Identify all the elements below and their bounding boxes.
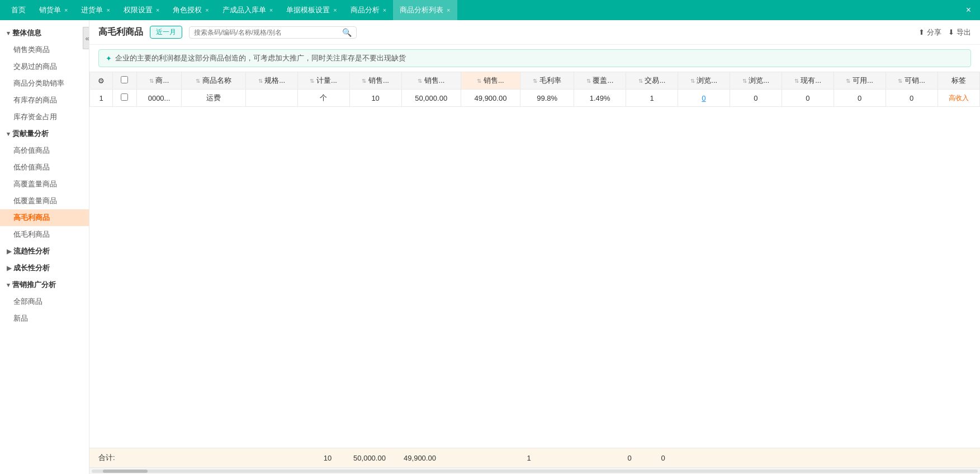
col-unit[interactable]: ⇅ 计量... xyxy=(297,72,349,90)
nav-tab-template[interactable]: 单据模板设置 × xyxy=(280,0,343,20)
cell-checkbox[interactable] xyxy=(113,90,137,107)
sidebar-item-stock-capital[interactable]: 库存资金占用 xyxy=(0,109,89,125)
sidebar-group-marketing[interactable]: ▾ 营销推广分析 xyxy=(0,276,89,293)
close-permissions-tab[interactable]: × xyxy=(156,7,159,13)
close-purchase-tab[interactable]: × xyxy=(106,7,110,13)
sidebar-item-sales-goods[interactable]: 销售类商品 xyxy=(0,41,89,58)
sidebar-item-low-coverage[interactable]: 低覆盖量商品 xyxy=(0,193,89,209)
footer-total: 合计: 10 50,000.00 49,900.00 1 0 0 xyxy=(89,448,980,467)
nav-tab-analysis[interactable]: 商品分析 × xyxy=(344,0,393,20)
col-sales-amount[interactable]: ⇅ 销售... xyxy=(401,72,461,90)
footer-spacer2 xyxy=(154,454,188,462)
close-sales-tab[interactable]: × xyxy=(64,7,68,13)
col-gross-margin[interactable]: ⇅ 毛利率 xyxy=(520,72,574,90)
sidebar-item-low-margin[interactable]: 低毛利商品 xyxy=(0,226,89,243)
sidebar-item-low-value[interactable]: 低价值商品 xyxy=(0,159,89,176)
info-banner: ✦ 企业的主要的利润都是这部分商品创造的，可考虑加大推广，同时关注库存是不要出现… xyxy=(98,49,971,67)
search-box: 🔍 xyxy=(189,26,357,39)
sidebar-group-contribution[interactable]: ▾ 贡献量分析 xyxy=(0,125,89,142)
nav-tab-roles[interactable]: 角色授权 × xyxy=(166,0,215,20)
share-button[interactable]: ⬆ 分享 xyxy=(919,27,941,37)
close-template-tab[interactable]: × xyxy=(333,7,337,13)
horizontal-scrollbar[interactable] xyxy=(89,467,980,474)
sidebar-item-in-stock[interactable]: 有库存的商品 xyxy=(0,92,89,109)
col-coverage[interactable]: ⇅ 覆盖... xyxy=(574,72,626,90)
col-sales-qty[interactable]: ⇅ 销售... xyxy=(349,72,401,90)
arrow-icon-5: ▾ xyxy=(7,281,10,289)
col-sales-cost[interactable]: ⇅ 销售... xyxy=(461,72,520,90)
footer-spacer9 xyxy=(579,454,613,462)
col-sellable-stock[interactable]: ⇅ 可销... xyxy=(886,72,938,90)
col-checkbox[interactable] xyxy=(113,72,137,90)
sidebar-item-high-coverage[interactable]: 高覆盖量商品 xyxy=(0,176,89,193)
row-checkbox[interactable] xyxy=(121,93,128,101)
content-header: 高毛利商品 近一月 🔍 ⬆ 分享 ⬇ 导出 xyxy=(89,20,980,45)
col-available-stock[interactable]: ⇅ 可用... xyxy=(834,72,886,90)
header-actions: ⬆ 分享 ⬇ 导出 xyxy=(919,27,971,37)
total-label: 合计: xyxy=(98,453,132,463)
cell-browse1[interactable]: 0 xyxy=(678,90,730,107)
search-icon[interactable]: 🔍 xyxy=(342,28,352,37)
cell-unit: 个 xyxy=(297,90,349,107)
nav-tab-purchase[interactable]: 进货单 × xyxy=(74,0,116,20)
col-browse2[interactable]: ⇅ 浏览... xyxy=(730,72,782,90)
cell-sales-amount: 50,000.00 xyxy=(401,90,461,107)
col-name[interactable]: ⇅ 商品名称 xyxy=(182,72,245,90)
sidebar-group-trend[interactable]: ▶ 流趋性分析 xyxy=(0,243,89,260)
sidebar-collapse-button[interactable]: « xyxy=(83,27,89,49)
sidebar-item-new-goods[interactable]: 新品 xyxy=(0,310,89,327)
share-icon: ⬆ xyxy=(919,28,925,36)
sidebar-group-growth[interactable]: ▶ 成长性分析 xyxy=(0,260,89,276)
top-nav: 首页 销货单 × 进货单 × 权限设置 × 角色授权 × 产成品入库单 × 单据… xyxy=(0,0,980,20)
time-filter-button[interactable]: 近一月 xyxy=(150,26,182,39)
cell-sellable-stock: 0 xyxy=(886,90,938,107)
arrow-icon-2: ▾ xyxy=(7,130,10,138)
info-icon: ✦ xyxy=(106,54,112,63)
cell-name: 运费 xyxy=(182,90,245,107)
footer-current-stock: 0 xyxy=(613,454,646,462)
nav-tab-inbound[interactable]: 产成品入库单 × xyxy=(216,0,280,20)
nav-tab-home[interactable]: 首页 xyxy=(4,0,32,20)
main-layout: ▾ 整体信息 销售类商品 交易过的商品 商品分类助销率 有库存的商品 库存资金占… xyxy=(0,20,980,474)
nav-tab-permissions[interactable]: 权限设置 × xyxy=(117,0,166,20)
cell-available-stock: 0 xyxy=(834,90,886,107)
col-current-stock[interactable]: ⇅ 现有... xyxy=(782,72,834,90)
close-inbound-tab[interactable]: × xyxy=(269,7,273,13)
footer-spacer7 xyxy=(479,454,512,462)
cell-code[interactable]: 0000... xyxy=(136,90,182,107)
cell-gross-margin: 99.8% xyxy=(520,90,574,107)
footer-spacer5 xyxy=(277,454,311,462)
sidebar-item-high-margin[interactable]: 高毛利商品 xyxy=(0,209,89,226)
col-browse1[interactable]: ⇅ 浏览... xyxy=(678,72,730,90)
sidebar-group-overview[interactable]: ▾ 整体信息 xyxy=(0,25,89,41)
select-all-checkbox[interactable] xyxy=(121,76,128,83)
sidebar-item-all-goods[interactable]: 全部商品 xyxy=(0,293,89,310)
export-button[interactable]: ⬇ 导出 xyxy=(948,27,971,37)
sidebar-item-category-rate[interactable]: 商品分类助销率 xyxy=(0,75,89,92)
data-table-container[interactable]: ⚙ ⇅ 商... ⇅ 商品名称 ⇅ 规格... ⇅ 计量... ⇅ 销售... … xyxy=(89,72,980,448)
sidebar-item-traded-goods[interactable]: 交易过的商品 xyxy=(0,58,89,75)
scrollbar-thumb[interactable] xyxy=(103,470,148,473)
cell-index: 1 xyxy=(90,90,113,107)
nav-tab-analysis-list[interactable]: 商品分析列表 × xyxy=(393,0,457,20)
col-spec[interactable]: ⇅ 规格... xyxy=(245,72,297,90)
close-analysis-list-tab[interactable]: × xyxy=(447,7,450,13)
footer-spacer8 xyxy=(546,454,579,462)
col-code[interactable]: ⇅ 商... xyxy=(136,72,182,90)
data-table: ⚙ ⇅ 商... ⇅ 商品名称 ⇅ 规格... ⇅ 计量... ⇅ 销售... … xyxy=(89,72,980,107)
cell-tag: 高收入 xyxy=(938,90,979,107)
cell-browse2: 0 xyxy=(730,90,782,107)
scrollbar-track[interactable] xyxy=(92,470,978,473)
footer-spacer6 xyxy=(445,454,479,462)
col-trade[interactable]: ⇅ 交易... xyxy=(626,72,678,90)
footer-spacer3 xyxy=(188,454,244,462)
close-analysis-tab[interactable]: × xyxy=(383,7,386,13)
content-area: 高毛利商品 近一月 🔍 ⬆ 分享 ⬇ 导出 ✦ 企业的主要的利润都是这部分商品创… xyxy=(89,20,980,474)
nav-tab-sales[interactable]: 销货单 × xyxy=(32,0,74,20)
close-roles-tab[interactable]: × xyxy=(205,7,209,13)
search-input[interactable] xyxy=(194,29,340,36)
sidebar-item-high-value[interactable]: 高价值商品 xyxy=(0,142,89,159)
window-close-button[interactable]: × xyxy=(962,5,976,15)
col-settings[interactable]: ⚙ xyxy=(90,72,113,90)
col-tag[interactable]: 标签 xyxy=(938,72,979,90)
